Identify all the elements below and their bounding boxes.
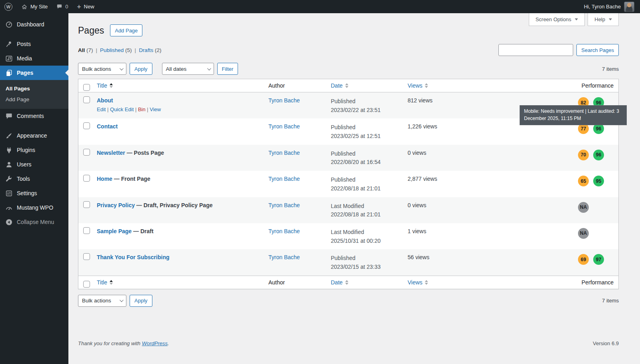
column-header-views[interactable]: Views [404,79,496,92]
sidebar-item-dashboard[interactable]: Dashboard [0,17,68,32]
sidebar-item-settings[interactable]: Settings [0,186,68,200]
new-content-menu[interactable]: + New [73,0,99,13]
account-menu[interactable]: Hi, Tyron Bache [584,2,640,12]
chevron-down-icon [120,66,124,70]
comments-shortcut[interactable]: 0 [52,0,72,13]
row-action-edit[interactable]: Edit [97,106,106,112]
row-action-bin[interactable]: Bin [138,106,146,112]
bulk-actions-select[interactable]: Bulk actions [78,63,126,75]
author-link[interactable]: Tyron Bache [268,202,300,208]
desktop-score-badge[interactable]: 96 [593,150,604,160]
filter-button[interactable]: Filter [217,63,238,75]
mobile-score-badge[interactable]: 70 [578,150,589,160]
mobile-score-badge[interactable]: 65 [578,176,589,186]
performance-badges: 7096 [578,150,614,160]
performance-na-badge[interactable]: NA [578,228,589,239]
performance-na-badge[interactable]: NA [578,202,589,213]
row-action-quick-edit[interactable]: Quick Edit [110,106,134,112]
admin-menu: Dashboard Posts Media Pages All Pages Ad… [0,17,68,229]
column-header-title[interactable]: Title [93,79,264,92]
row-views-cell: 1,226 views [404,118,496,144]
select-all-checkbox[interactable] [83,281,90,288]
column-header-author: Author [264,276,327,289]
page-title-link[interactable]: Thank You For Subscribing [97,254,170,260]
sidebar-item-add-page[interactable]: Add Page [0,94,68,105]
row-title-cell: Home — Front Page [93,171,264,197]
column-header-date[interactable]: Date [327,276,404,289]
footer-thanks: Thank you for creating with WordPress. [78,340,169,346]
add-page-button[interactable]: Add Page [110,24,142,36]
row-checkbox[interactable] [83,253,90,260]
filter-published[interactable]: Published (5) [100,47,132,53]
date-value: 2023/02/22 at 23:51 [331,106,400,115]
page-title-link[interactable]: Privacy Policy [97,202,135,208]
sidebar-item-pages[interactable]: Pages [0,66,68,80]
row-check-cell [78,223,93,249]
mobile-score-badge[interactable]: 69 [578,254,589,265]
column-header-performance: Performance [496,276,618,289]
sidebar-item-all-pages[interactable]: All Pages [0,83,68,94]
collapse-menu-button[interactable]: Collapse Menu [0,215,68,229]
sidebar-item-comments[interactable]: Comments [0,109,68,123]
sort-indicator-icon [110,280,113,285]
apply-button[interactable]: Apply [130,63,152,75]
sidebar-item-mustang-wpo[interactable]: Mustang WPO [0,200,68,215]
row-author-cell: Tyron Bache [264,145,327,171]
page-title-link[interactable]: Contact [97,123,118,130]
column-header-views[interactable]: Views [404,276,496,289]
sidebar-item-users[interactable]: Users [0,157,68,172]
sort-indicator-icon [345,83,348,88]
row-performance-cell: NA [496,223,618,249]
desktop-score-badge[interactable]: 97 [593,254,604,265]
row-checkbox[interactable] [83,149,90,156]
screen-options-button[interactable]: Screen Options [529,13,585,26]
row-actions: Edit | Quick Edit | Bin | View [97,106,260,112]
desktop-score-badge[interactable]: 95 [593,176,604,186]
page-title-link[interactable]: Newsletter [97,150,125,156]
apply-button[interactable]: Apply [130,295,152,307]
subsets-row: All (7) | Published (5) | Drafts (2) Sea… [78,44,619,56]
row-checkbox[interactable] [83,227,90,234]
row-checkbox[interactable] [83,201,90,208]
help-button[interactable]: Help [588,13,619,26]
sidebar-item-tools[interactable]: Tools [0,172,68,186]
table-header: Title Author Date Views Performance [78,79,618,92]
filter-all[interactable]: All (7) [78,47,93,53]
filter-drafts[interactable]: Drafts (2) [139,47,161,53]
wordpress-menu[interactable]: W [0,0,17,13]
column-header-title[interactable]: Title [93,276,264,289]
my-site-link[interactable]: My Site [17,0,52,13]
dates-filter-select[interactable]: All dates [162,63,214,75]
table-row: Newsletter — Posts PageTyron BachePublis… [78,145,618,171]
author-link[interactable]: Tyron Bache [268,176,300,182]
sidebar-item-media[interactable]: Media [0,51,68,66]
page-title-link[interactable]: Home [97,176,112,182]
row-checkbox[interactable] [83,175,90,182]
column-header-date[interactable]: Date [327,79,404,92]
author-link[interactable]: Tyron Bache [268,254,300,260]
page-title-link[interactable]: Sample Page [97,228,132,234]
author-link[interactable]: Tyron Bache [268,123,300,130]
user-icon [5,160,13,168]
author-link[interactable]: Tyron Bache [268,150,300,156]
sidebar-item-posts[interactable]: Posts [0,37,68,51]
author-link[interactable]: Tyron Bache [268,228,300,234]
sidebar-item-plugins[interactable]: Plugins [0,143,68,157]
row-action-view[interactable]: View [150,106,161,112]
page-title-link[interactable]: About [97,97,113,104]
column-header-author: Author [264,79,327,92]
bulk-actions-select[interactable]: Bulk actions [78,295,126,307]
search-input[interactable] [498,44,573,56]
row-views-cell: 1 views [404,223,496,249]
sort-indicator-icon [425,83,428,88]
row-checkbox[interactable] [83,122,90,129]
search-pages-button[interactable]: Search Pages [576,44,619,56]
table-row: Privacy Policy — Draft, Privacy Policy P… [78,197,618,223]
wordpress-link[interactable]: WordPress [142,340,168,346]
sidebar-item-appearance[interactable]: Appearance [0,128,68,143]
row-checkbox[interactable] [83,96,90,103]
row-check-cell [78,171,93,197]
author-link[interactable]: Tyron Bache [268,97,300,104]
pages-icon [5,69,13,77]
select-all-checkbox[interactable] [83,84,90,91]
